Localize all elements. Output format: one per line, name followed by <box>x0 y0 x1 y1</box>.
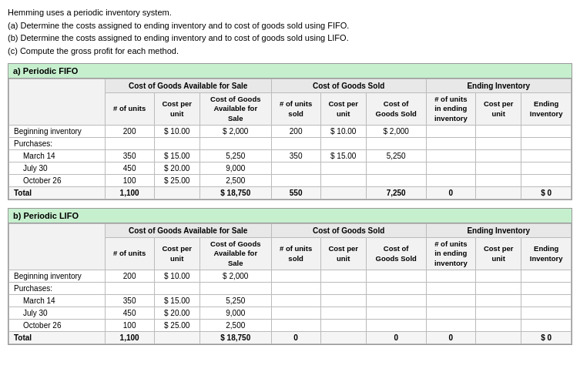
table-row: Purchases: <box>9 283 572 295</box>
row-cell <box>476 187 521 199</box>
row-cell: 350 <box>105 150 154 162</box>
row-cell <box>476 270 521 283</box>
row-cell: $ 18,750 <box>199 187 271 199</box>
row-cell: $ 10.00 <box>154 126 199 138</box>
th-ending-inventory-col: EndingInventory <box>521 93 572 126</box>
row-cell: $ 2,000 <box>199 270 271 283</box>
row-cell: 450 <box>105 307 154 320</box>
row-label: Purchases: <box>9 138 106 150</box>
row-cell: 1,100 <box>105 332 154 344</box>
row-cell <box>476 175 521 187</box>
fifo-section: a) Periodic FIFO Cost of Goods Available… <box>8 63 572 200</box>
row-cell <box>271 175 320 187</box>
row-cell <box>426 270 476 283</box>
row-cell <box>476 295 521 307</box>
row-label: March 14 <box>9 150 106 162</box>
th-cost-per-unit-avail: Cost perunit <box>154 93 199 126</box>
row-cell <box>476 332 521 344</box>
th-cost-goods-avail: Cost of Goods Available for Sale <box>105 79 271 93</box>
row-cell <box>366 320 426 332</box>
th-cost-per-unit-ending-lifo: Cost perunit <box>476 238 521 270</box>
th-cost-goods-avail-sale: Cost of GoodsAvailable forSale <box>199 93 271 126</box>
row-cell <box>271 320 320 332</box>
row-cell: $ 25.00 <box>154 320 199 332</box>
th-units-avail: # of units <box>105 93 154 126</box>
th-cost-per-unit-ending: Cost perunit <box>476 93 521 126</box>
row-cell <box>476 162 521 175</box>
row-cell: $ 2,000 <box>199 126 271 138</box>
intro-block: Hemming uses a periodic inventory system… <box>8 6 572 57</box>
row-cell <box>521 320 572 332</box>
row-cell: $ 20.00 <box>154 307 199 320</box>
row-cell <box>476 283 521 295</box>
row-cell: 100 <box>105 320 154 332</box>
row-cell <box>154 187 199 199</box>
row-cell <box>271 307 320 320</box>
row-cell <box>199 138 271 150</box>
table-row: October 26100$ 25.002,500 <box>9 320 572 332</box>
row-cell: 350 <box>271 150 320 162</box>
row-cell <box>426 283 476 295</box>
row-cell <box>426 138 476 150</box>
row-cell <box>271 295 320 307</box>
th-cost-of-goods-sold-lifo: Cost ofGoods Sold <box>366 238 426 270</box>
row-cell <box>366 175 426 187</box>
row-cell: 450 <box>105 162 154 175</box>
row-cell <box>521 295 572 307</box>
row-cell: $ 20.00 <box>154 162 199 175</box>
row-cell <box>426 175 476 187</box>
table-row: Total1,100$ 18,750000$ 0 <box>9 332 572 344</box>
row-cell <box>426 307 476 320</box>
table-row: October 26100$ 25.002,500 <box>9 175 572 187</box>
row-cell: 100 <box>105 175 154 187</box>
table-row: Beginning inventory200$ 10.00$ 2,000 <box>9 270 572 283</box>
row-cell <box>271 270 320 283</box>
row-cell: 0 <box>271 332 320 344</box>
th-cost-goods-sold: Cost of Goods Sold <box>271 79 426 93</box>
row-cell: 9,000 <box>199 307 271 320</box>
row-cell <box>154 332 199 344</box>
row-cell: 350 <box>105 295 154 307</box>
row-cell <box>476 320 521 332</box>
row-cell <box>320 320 366 332</box>
row-cell <box>320 307 366 320</box>
fifo-table: Cost of Goods Available for Sale Cost of… <box>8 79 572 199</box>
th-ending-inv-lifo: Ending Inventory <box>426 224 571 238</box>
row-cell: 2,500 <box>199 175 271 187</box>
row-cell: 200 <box>105 126 154 138</box>
row-cell <box>476 126 521 138</box>
row-cell <box>320 187 366 199</box>
row-cell <box>476 150 521 162</box>
row-cell <box>320 332 366 344</box>
row-cell <box>521 138 572 150</box>
th-cost-per-unit-avail-lifo: Cost perunit <box>154 238 199 270</box>
table-row: July 30450$ 20.009,000 <box>9 162 572 175</box>
row-cell: 550 <box>271 187 320 199</box>
row-cell <box>521 307 572 320</box>
th-cost-goods-avail-sale-lifo: Cost of GoodsAvailable forSale <box>199 238 271 270</box>
th-cost-goods-sold-lifo: Cost of Goods Sold <box>271 224 426 238</box>
row-cell: 1,100 <box>105 187 154 199</box>
row-cell <box>426 150 476 162</box>
row-cell <box>154 138 199 150</box>
row-cell <box>366 162 426 175</box>
row-cell <box>105 283 154 295</box>
row-cell: $ 18,750 <box>199 332 271 344</box>
row-cell <box>154 283 199 295</box>
th-cost-of-goods-sold: Cost ofGoods Sold <box>366 93 426 126</box>
intro-line1: Hemming uses a periodic inventory system… <box>8 6 572 19</box>
th-units-sold-lifo: # of unitssold <box>271 238 320 270</box>
row-cell: 200 <box>105 270 154 283</box>
th-units-avail-lifo: # of units <box>105 238 154 270</box>
th-units-ending: # of unitsin endinginventory <box>426 93 476 126</box>
row-cell <box>199 283 271 295</box>
row-cell: $ 15.00 <box>154 150 199 162</box>
table-row: March 14350$ 15.005,250 <box>9 295 572 307</box>
row-label: Beginning inventory <box>9 126 106 138</box>
row-cell <box>271 138 320 150</box>
row-cell <box>366 270 426 283</box>
row-cell <box>476 138 521 150</box>
row-cell: 200 <box>271 126 320 138</box>
lifo-section: b) Periodic LIFO Cost of Goods Available… <box>8 208 572 345</box>
row-cell <box>426 162 476 175</box>
